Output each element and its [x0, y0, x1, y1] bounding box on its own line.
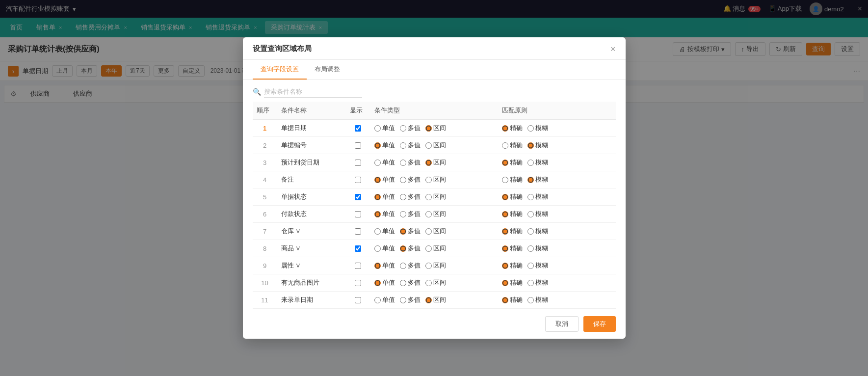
- col-name: 条件名称: [277, 102, 346, 107]
- dialog-table-wrap: 顺序 条件名称 显示 条件类型 匹配原则 1单据日期 单值 多值: [243, 102, 626, 107]
- dialog-title: 设置查询区域布局: [253, 44, 312, 54]
- search-icon: 🔍: [253, 88, 261, 96]
- col-type: 条件类型: [370, 102, 498, 107]
- search-input[interactable]: [264, 86, 362, 98]
- dialog-header: 设置查询区域布局 ×: [243, 37, 626, 60]
- conditions-table: 顺序 条件名称 显示 条件类型 匹配原则 1单据日期 单值 多值: [253, 102, 616, 107]
- settings-dialog: 设置查询区域布局 × 查询字段设置 布局调整 🔍 顺序 条件名称: [243, 37, 626, 107]
- col-order: 顺序: [253, 102, 277, 107]
- col-display: 显示: [346, 102, 370, 107]
- tab-query-fields[interactable]: 查询字段设置: [253, 60, 307, 80]
- dialog-tabs: 查询字段设置 布局调整: [243, 60, 626, 80]
- tab-query-fields-label: 查询字段设置: [261, 65, 299, 73]
- tab-layout-adjust[interactable]: 布局调整: [307, 60, 348, 80]
- dialog-close-btn[interactable]: ×: [610, 45, 616, 54]
- dialog-overlay: 设置查询区域布局 × 查询字段设置 布局调整 🔍 顺序 条件名称: [0, 0, 868, 107]
- dialog-search-area: 🔍: [243, 80, 626, 102]
- tab-layout-adjust-label: 布局调整: [315, 65, 340, 73]
- table-header: 顺序 条件名称 显示 条件类型 匹配原则: [253, 102, 616, 107]
- col-match: 匹配原则: [498, 102, 616, 107]
